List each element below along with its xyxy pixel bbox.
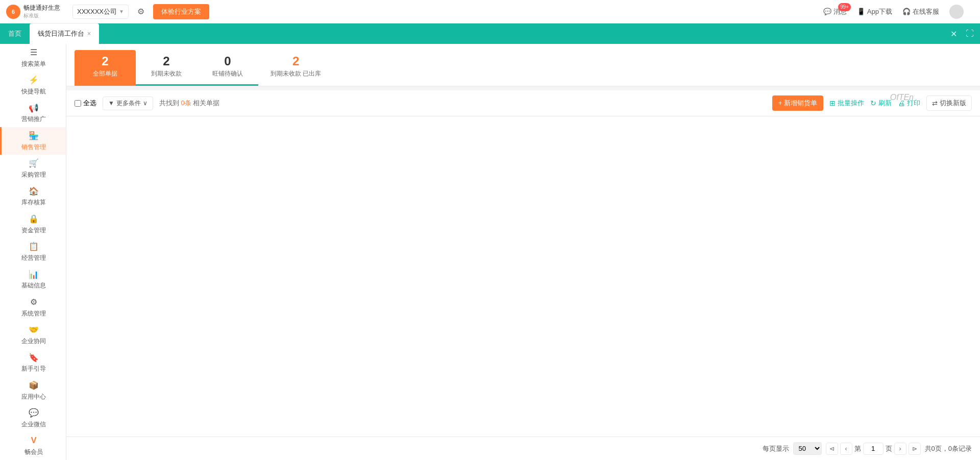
sidebar: ☰ 搜索菜单 ⚡ 快捷导航 📢 营销推广 🏪 销售管理 🛒 采购管理 🏠 库存核… xyxy=(0,44,66,460)
more-filter-button[interactable]: ▼ 更多条件 ∨ xyxy=(103,96,153,110)
trial-button[interactable]: 体验行业方案 xyxy=(153,4,209,19)
table-area xyxy=(66,116,980,437)
sidebar-finance-label: 资金管理 xyxy=(21,226,46,235)
purchase-icon: 🛒 xyxy=(29,158,39,168)
per-page-label: 每页显示 xyxy=(763,444,789,453)
app-download-icon: 📱 xyxy=(857,8,865,15)
first-page-button[interactable]: ⊲ xyxy=(826,443,838,455)
sidebar-marketing-label: 营销推广 xyxy=(21,115,46,124)
sidebar-inventory-label: 库存核算 xyxy=(21,198,46,207)
tab-bar: 首页 钱货日清工作台 × ✕ ⛶ xyxy=(0,23,980,44)
finance-icon: 🔒 xyxy=(29,214,39,224)
settings-button[interactable]: ⚙ xyxy=(133,4,149,20)
avatar[interactable] xyxy=(949,5,964,19)
sidebar-system-label: 系统管理 xyxy=(21,309,46,318)
sidebar-item-marketing[interactable]: 📢 营销推广 xyxy=(0,100,66,127)
support-icon: 🎧 xyxy=(902,8,911,15)
tab-close-window-button[interactable]: ✕ xyxy=(947,28,960,40)
top-header: 6 畅捷通好生意 标准版 XXXXXX公司 ▼ ⚙ 体验行业方案 💬 消息 99… xyxy=(0,0,980,23)
stat-overdue-label: 到期未收款 xyxy=(148,69,185,78)
sidebar-member-label: 畅会员 xyxy=(24,448,43,456)
logo-sub-text: 标准版 xyxy=(23,12,60,19)
refresh-button[interactable]: ↻ 刷新 xyxy=(870,99,892,108)
sidebar-item-sales[interactable]: 🏪 销售管理 xyxy=(0,127,66,155)
member-icon: V xyxy=(29,435,39,446)
found-suffix: 相关单据 xyxy=(193,99,219,107)
company-selector[interactable]: XXXXXX公司 ▼ xyxy=(72,5,129,19)
sidebar-quicknav-label: 快捷导航 xyxy=(21,87,46,96)
app-download-label: App下载 xyxy=(867,7,892,16)
search-menu-icon: ☰ xyxy=(29,47,39,58)
tab-close-button[interactable]: × xyxy=(87,30,91,37)
select-all-label: 全选 xyxy=(83,99,96,108)
marketing-icon: 📢 xyxy=(29,103,39,113)
sidebar-item-finance[interactable]: 🔒 资金管理 xyxy=(0,210,66,238)
sidebar-item-guide[interactable]: 🔖 新手引导 xyxy=(0,349,66,377)
sidebar-item-basic[interactable]: 📊 基础信息 xyxy=(0,266,66,294)
messages-button[interactable]: 💬 消息 99+ xyxy=(823,7,847,16)
main-layout: ☰ 搜索菜单 ⚡ 快捷导航 📢 营销推广 🏪 销售管理 🛒 采购管理 🏠 库存核… xyxy=(0,44,980,460)
stat-shipped-number: 2 xyxy=(271,54,321,68)
total-label: 共0页，0条记录 xyxy=(925,444,972,453)
last-page-button[interactable]: ⊳ xyxy=(909,443,921,455)
sidebar-enterprise-label: 企业协同 xyxy=(21,337,46,346)
sidebar-item-search[interactable]: ☰ 搜索菜单 xyxy=(0,44,66,71)
select-all-checkbox[interactable]: 全选 xyxy=(75,99,96,108)
per-page-select[interactable]: 50 100 200 xyxy=(793,442,822,455)
main-content: 2 全部单据 2 到期未收款 0 旺铺待确认 2 到期未收款 已出库 全选 xyxy=(66,44,980,460)
next-page-button[interactable]: › xyxy=(894,443,906,455)
new-sales-order-button[interactable]: + 新增销货单 xyxy=(772,95,823,111)
basic-icon: 📊 xyxy=(29,269,39,279)
sidebar-basic-label: 基础信息 xyxy=(21,281,46,290)
sidebar-item-member[interactable]: V 畅会员 xyxy=(0,432,66,460)
sidebar-appstore-label: 应用中心 xyxy=(21,393,46,401)
stat-tab-overdue[interactable]: 2 到期未收款 xyxy=(136,50,197,86)
switch-icon: ⇄ xyxy=(932,100,938,107)
select-all-input[interactable] xyxy=(75,100,81,107)
sidebar-purchase-label: 采购管理 xyxy=(21,171,46,179)
message-icon: 💬 xyxy=(823,8,831,15)
page-suffix: 页 xyxy=(886,444,892,453)
sidebar-wechat-label: 企业微信 xyxy=(21,420,46,429)
sidebar-item-operation[interactable]: 📋 经营管理 xyxy=(0,238,66,265)
sidebar-item-system[interactable]: ⚙ 系统管理 xyxy=(0,294,66,321)
batch-icon: ⊞ xyxy=(829,99,836,107)
tab-home[interactable]: 首页 xyxy=(0,23,30,44)
sidebar-item-quick-nav[interactable]: ⚡ 快捷导航 xyxy=(0,71,66,99)
logo-main-text: 畅捷通好生意 xyxy=(23,4,60,12)
sidebar-search-label: 搜索菜单 xyxy=(21,60,46,68)
tab-work[interactable]: 钱货日清工作台 × xyxy=(30,23,99,44)
tab-fullscreen-button[interactable]: ⛶ xyxy=(964,28,976,40)
toolbar: 全选 ▼ 更多条件 ∨ 共找到 0条 相关单据 + 新增销货单 ⊞ 批量操作 ↻ xyxy=(66,90,980,116)
tab-bar-right: ✕ ⛶ xyxy=(947,28,980,40)
wechat-icon: 💬 xyxy=(29,408,39,418)
sidebar-item-appstore[interactable]: 📦 应用中心 xyxy=(0,377,66,404)
more-filter-label: 更多条件 xyxy=(116,99,141,108)
toolbar-right: + 新增销货单 ⊞ 批量操作 ↻ 刷新 🖨 打印 ⇄ 切换新版 xyxy=(772,95,972,111)
stat-tab-all[interactable]: 2 全部单据 xyxy=(75,50,136,86)
online-support-button[interactable]: 🎧 在线客服 xyxy=(902,7,939,16)
sidebar-item-wechat[interactable]: 💬 企业微信 xyxy=(0,404,66,432)
page-label: 第 xyxy=(854,444,861,453)
app-download-button[interactable]: 📱 App下载 xyxy=(857,7,892,16)
system-icon: ⚙ xyxy=(29,297,39,307)
refresh-icon: ↻ xyxy=(870,99,876,107)
prev-page-button[interactable]: ‹ xyxy=(840,443,852,455)
stat-overdue-number: 2 xyxy=(148,54,185,68)
filter-icon: ▼ xyxy=(108,100,114,107)
logo-text: 畅捷通好生意 标准版 xyxy=(23,4,60,19)
sidebar-item-enterprise[interactable]: 🤝 企业协同 xyxy=(0,321,66,349)
sidebar-item-purchase[interactable]: 🛒 采购管理 xyxy=(0,155,66,182)
switch-version-button[interactable]: ⇄ 切换新版 xyxy=(926,95,972,111)
inventory-icon: 🏠 xyxy=(29,186,39,196)
enterprise-icon: 🤝 xyxy=(29,325,39,335)
sidebar-sales-label: 销售管理 xyxy=(21,143,46,152)
tab-home-label: 首页 xyxy=(8,29,21,38)
stat-all-label: 全部单据 xyxy=(87,69,124,78)
page-input[interactable] xyxy=(863,443,884,455)
stat-tab-shipped[interactable]: 2 到期未收款 已出库 xyxy=(258,50,333,86)
stat-all-number: 2 xyxy=(87,54,124,68)
stat-tab-pending[interactable]: 0 旺铺待确认 xyxy=(197,50,258,86)
batch-action-button[interactable]: ⊞ 批量操作 xyxy=(829,99,864,108)
sidebar-item-inventory[interactable]: 🏠 库存核算 xyxy=(0,183,66,210)
